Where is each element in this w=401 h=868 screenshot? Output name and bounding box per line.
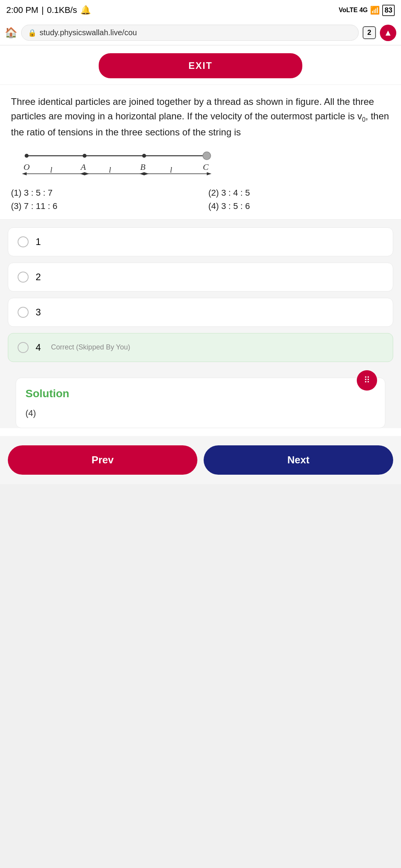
svg-point-3	[142, 154, 146, 158]
svg-text:A: A	[80, 162, 86, 172]
home-button[interactable]: 🏠	[5, 27, 17, 39]
bottom-nav: Prev Next	[0, 436, 401, 484]
svg-text:C: C	[203, 162, 209, 172]
correct-badge: Correct (Skipped By You)	[51, 343, 130, 351]
answer-label-3: 3	[36, 307, 41, 318]
option-2: (2) 3 : 4 : 5	[208, 188, 390, 198]
separator: |	[42, 5, 44, 15]
options-grid: (1) 3 : 5 : 7 (2) 3 : 4 : 5 (3) 7 : 11 :…	[11, 188, 390, 211]
solution-title: Solution	[25, 387, 376, 400]
signal-icon: 📶	[370, 5, 380, 15]
prev-button[interactable]: Prev	[8, 445, 197, 475]
svg-marker-10	[22, 172, 27, 175]
radio-4	[18, 342, 29, 353]
battery-indicator: 83	[382, 5, 395, 16]
question-area: Three identical particles are joined tog…	[0, 85, 401, 220]
answer-label-2: 2	[36, 272, 41, 283]
svg-text:l: l	[109, 166, 111, 174]
svg-text:l: l	[50, 166, 52, 174]
answer-label-4: 4	[36, 342, 41, 353]
answer-option-2[interactable]: 2	[8, 263, 393, 292]
url-text: study.physicswallah.live/cou	[40, 28, 137, 37]
svg-text:B: B	[140, 162, 145, 172]
svg-point-2	[83, 154, 87, 158]
answer-option-1[interactable]: 1	[8, 227, 393, 256]
lte-icon: VoLTE 4G	[339, 7, 368, 14]
svg-text:O: O	[23, 162, 30, 172]
exit-area: EXIT	[0, 45, 401, 85]
answer-option-4[interactable]: 4 Correct (Skipped By You)	[8, 333, 393, 362]
answer-option-3[interactable]: 3	[8, 298, 393, 327]
spacer	[0, 370, 401, 378]
status-left: 2:00 PM | 0.1KB/s 🔔	[6, 5, 91, 15]
radio-1	[18, 236, 29, 247]
radio-2	[18, 272, 29, 283]
lock-icon: 🔒	[28, 29, 36, 37]
question-text: Three identical particles are joined tog…	[11, 94, 390, 139]
solution-content: (4)	[25, 406, 376, 420]
option-4: (4) 3 : 5 : 6	[208, 201, 390, 211]
answer-options: 1 2 3 4 Correct (Skipped By You)	[0, 220, 401, 370]
exit-button[interactable]: EXIT	[99, 53, 302, 78]
browser-bar: 🏠 🔒 study.physicswallah.live/cou 2 ▲	[0, 20, 401, 45]
next-button[interactable]: Next	[204, 445, 393, 475]
grid-menu-button[interactable]: ⠿	[357, 370, 377, 391]
solution-area: ⠿ Solution (4)	[16, 378, 385, 428]
upload-icon: ▲	[384, 28, 392, 38]
option-1: (1) 3 : 5 : 7	[11, 188, 193, 198]
option-3: (3) 7 : 11 : 6	[11, 201, 193, 211]
main-content: EXIT Three identical particles are joine…	[0, 45, 401, 484]
url-bar[interactable]: 🔒 study.physicswallah.live/cou	[21, 25, 359, 41]
tab-count-button[interactable]: 2	[363, 26, 376, 39]
svg-marker-18	[139, 172, 144, 175]
radio-3	[18, 307, 29, 318]
network-speed: 0.1KB/s	[47, 5, 77, 15]
svg-point-1	[25, 154, 29, 158]
svg-text:l: l	[170, 166, 172, 174]
status-right: VoLTE 4G 📶 83	[339, 5, 395, 16]
svg-point-4	[203, 152, 211, 160]
svg-marker-14	[80, 172, 85, 175]
time-display: 2:00 PM	[6, 5, 38, 15]
grid-icon: ⠿	[364, 375, 370, 385]
status-bar: 2:00 PM | 0.1KB/s 🔔 VoLTE 4G 📶 83	[0, 0, 401, 20]
notification-icon: 🔔	[80, 5, 91, 15]
diagram: O A B C l l l	[11, 147, 390, 180]
answer-label-1: 1	[36, 236, 41, 247]
svg-marker-19	[207, 172, 211, 175]
upload-button[interactable]: ▲	[380, 25, 396, 41]
